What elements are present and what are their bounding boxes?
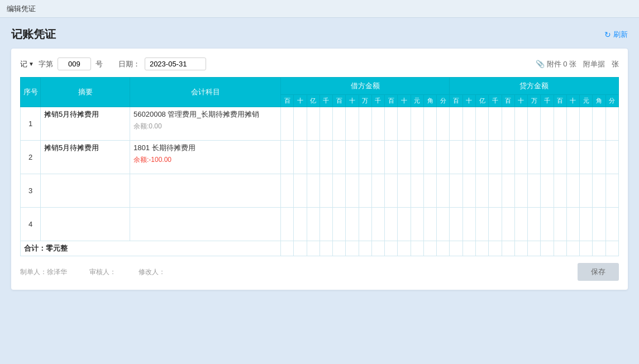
- debit-digit-cell[interactable]: [385, 107, 398, 141]
- credit-digit-cell[interactable]: [566, 141, 579, 174]
- debit-digit-cell[interactable]: [346, 107, 359, 141]
- credit-digit-cell[interactable]: [514, 107, 527, 141]
- credit-digit-cell[interactable]: [541, 174, 554, 208]
- debit-digit-cell[interactable]: [398, 107, 411, 141]
- debit-digit-cell[interactable]: [385, 141, 398, 174]
- debit-digit-cell[interactable]: [333, 174, 346, 208]
- credit-digit-cell[interactable]: [541, 141, 554, 174]
- credit-digit-cell[interactable]: [605, 141, 618, 174]
- credit-digit-cell[interactable]: [502, 174, 514, 208]
- credit-digit-cell[interactable]: [541, 208, 554, 241]
- debit-digit-cell[interactable]: [411, 208, 423, 241]
- debit-digit-cell[interactable]: [333, 208, 346, 241]
- credit-digit-cell[interactable]: [528, 174, 541, 208]
- credit-digit-cell[interactable]: [489, 107, 502, 141]
- debit-digit-cell[interactable]: [294, 208, 307, 241]
- debit-digit-cell[interactable]: [437, 107, 450, 141]
- debit-digit-cell[interactable]: [294, 107, 307, 141]
- debit-digit-cell[interactable]: [411, 174, 423, 208]
- debit-digit-cell[interactable]: [398, 174, 411, 208]
- debit-digit-cell[interactable]: [307, 107, 320, 141]
- credit-digit-cell[interactable]: [580, 141, 593, 174]
- save-button[interactable]: 保存: [578, 263, 619, 281]
- debit-digit-cell[interactable]: [359, 141, 371, 174]
- credit-digit-cell[interactable]: [514, 208, 527, 241]
- credit-digit-cell[interactable]: [450, 141, 462, 174]
- credit-digit-cell[interactable]: [541, 107, 554, 141]
- credit-digit-cell[interactable]: [580, 208, 593, 241]
- credit-digit-cell[interactable]: [554, 141, 566, 174]
- summary-cell[interactable]: 摊销5月待摊费用: [41, 141, 130, 174]
- debit-digit-cell[interactable]: [333, 141, 346, 174]
- attach-link[interactable]: 📎 附件 0 张: [536, 59, 576, 69]
- credit-digit-cell[interactable]: [554, 107, 566, 141]
- credit-digit-cell[interactable]: [593, 107, 605, 141]
- credit-digit-cell[interactable]: [462, 107, 475, 141]
- credit-digit-cell[interactable]: [593, 208, 605, 241]
- debit-digit-cell[interactable]: [281, 174, 294, 208]
- account-cell[interactable]: 1801 长期待摊费用余额:-100.00: [130, 141, 281, 174]
- voucher-type-button[interactable]: 记 ▼: [20, 59, 34, 69]
- debit-digit-cell[interactable]: [385, 174, 398, 208]
- debit-digit-cell[interactable]: [307, 141, 320, 174]
- debit-digit-cell[interactable]: [307, 174, 320, 208]
- debit-digit-cell[interactable]: [346, 208, 359, 241]
- debit-digit-cell[interactable]: [437, 141, 450, 174]
- credit-digit-cell[interactable]: [514, 141, 527, 174]
- credit-digit-cell[interactable]: [605, 208, 618, 241]
- account-cell[interactable]: [130, 208, 281, 241]
- debit-digit-cell[interactable]: [333, 107, 346, 141]
- credit-digit-cell[interactable]: [593, 174, 605, 208]
- debit-digit-cell[interactable]: [423, 107, 436, 141]
- credit-digit-cell[interactable]: [593, 141, 605, 174]
- debit-digit-cell[interactable]: [371, 107, 384, 141]
- credit-digit-cell[interactable]: [489, 208, 502, 241]
- account-cell[interactable]: 56020008 管理费用_长期待摊费用摊销余额:0.00: [130, 107, 281, 141]
- summary-cell[interactable]: 摊销5月待摊费用: [41, 107, 130, 141]
- debit-digit-cell[interactable]: [437, 174, 450, 208]
- credit-digit-cell[interactable]: [566, 174, 579, 208]
- credit-digit-cell[interactable]: [475, 208, 488, 241]
- debit-digit-cell[interactable]: [294, 141, 307, 174]
- credit-digit-cell[interactable]: [502, 141, 514, 174]
- debit-digit-cell[interactable]: [411, 141, 423, 174]
- debit-digit-cell[interactable]: [359, 174, 371, 208]
- debit-digit-cell[interactable]: [411, 107, 423, 141]
- debit-digit-cell[interactable]: [423, 174, 436, 208]
- debit-digit-cell[interactable]: [320, 107, 332, 141]
- debit-digit-cell[interactable]: [281, 208, 294, 241]
- debit-digit-cell[interactable]: [320, 208, 332, 241]
- debit-digit-cell[interactable]: [423, 208, 436, 241]
- credit-digit-cell[interactable]: [528, 141, 541, 174]
- debit-digit-cell[interactable]: [371, 208, 384, 241]
- credit-digit-cell[interactable]: [450, 107, 462, 141]
- debit-digit-cell[interactable]: [385, 208, 398, 241]
- debit-digit-cell[interactable]: [398, 208, 411, 241]
- credit-digit-cell[interactable]: [566, 107, 579, 141]
- debit-digit-cell[interactable]: [307, 208, 320, 241]
- credit-digit-cell[interactable]: [528, 208, 541, 241]
- summary-cell[interactable]: [41, 174, 130, 208]
- credit-digit-cell[interactable]: [462, 174, 475, 208]
- debit-digit-cell[interactable]: [294, 174, 307, 208]
- debit-digit-cell[interactable]: [281, 107, 294, 141]
- date-input[interactable]: [145, 58, 206, 70]
- debit-digit-cell[interactable]: [359, 208, 371, 241]
- credit-digit-cell[interactable]: [528, 107, 541, 141]
- credit-digit-cell[interactable]: [580, 107, 593, 141]
- debit-digit-cell[interactable]: [359, 107, 371, 141]
- credit-digit-cell[interactable]: [462, 208, 475, 241]
- account-cell[interactable]: [130, 174, 281, 208]
- debit-digit-cell[interactable]: [346, 174, 359, 208]
- credit-digit-cell[interactable]: [489, 141, 502, 174]
- credit-digit-cell[interactable]: [605, 107, 618, 141]
- debit-digit-cell[interactable]: [371, 141, 384, 174]
- credit-digit-cell[interactable]: [580, 174, 593, 208]
- credit-digit-cell[interactable]: [554, 174, 566, 208]
- credit-digit-cell[interactable]: [475, 107, 488, 141]
- debit-digit-cell[interactable]: [281, 141, 294, 174]
- credit-digit-cell[interactable]: [554, 208, 566, 241]
- debit-digit-cell[interactable]: [423, 141, 436, 174]
- credit-digit-cell[interactable]: [462, 141, 475, 174]
- debit-digit-cell[interactable]: [371, 174, 384, 208]
